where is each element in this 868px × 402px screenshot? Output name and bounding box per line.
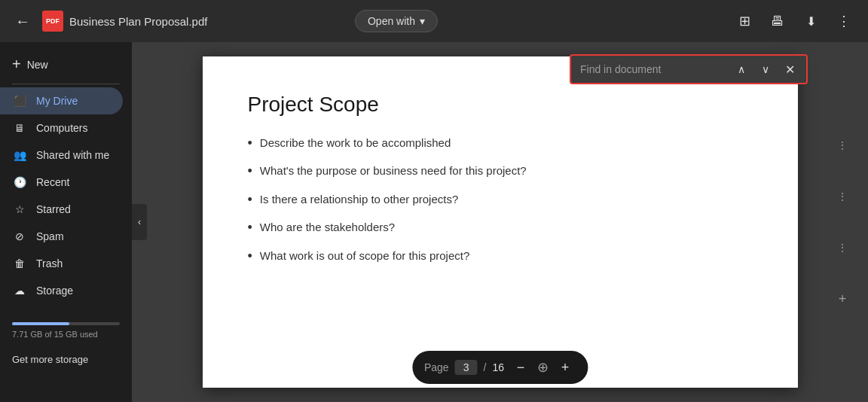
pdf-heading: Project Scope [248,93,753,117]
new-label: New [27,59,48,71]
find-close-button[interactable]: ✕ [779,59,800,80]
open-with-label: Open with [368,15,415,27]
get-more-storage-label: Get more storage [12,354,88,365]
new-plus-icon: + [12,56,21,73]
list-item-text: What work is out of scope for this proje… [260,248,469,265]
spam-icon: ⊘ [12,230,27,242]
storage-bar-fill [12,322,69,325]
download-icon: ⬇ [806,14,816,29]
list-item-text: What's the purpose or business need for … [260,163,527,180]
sidebar-item-label: Recent [36,176,69,188]
sidebar-item-my-drive[interactable]: ⬛ My Drive [0,87,123,114]
list-item-text: Describe the work to be accomplished [260,135,451,152]
sidebar: + New ⬛ My Drive 🖥 Computers 👥 Shared wi… [0,42,132,402]
zoom-icon: ⊕ [537,359,549,376]
back-button[interactable]: ← [9,8,36,35]
sidebar-item-starred[interactable]: ☆ Starred [0,196,123,223]
sidebar-item-label: Computers [36,122,87,134]
back-icon: ← [15,13,30,30]
list-item: What's the purpose or business need for … [248,163,753,180]
list-item-text: Who are the stakeholders? [260,219,395,236]
dropdown-icon: ▾ [420,15,425,27]
sidebar-item-computers[interactable]: 🖥 Computers [0,114,123,142]
list-item: What work is out of scope for this proje… [248,248,753,265]
find-up-icon: ∧ [738,63,745,75]
sidebar-item-label: My Drive [36,95,78,107]
panel-more-options-button-3[interactable]: ⋮ [829,234,856,261]
more-options-icon: ⋮ [837,13,851,29]
list-item: Who are the stakeholders? [248,219,753,236]
document-title: Business Plan Proposal.pdf [69,15,349,28]
zoom-out-button[interactable]: − [510,357,531,378]
viewer-area: ∧ ∨ ✕ Project Scope Describe the work to… [132,42,868,402]
sidebar-item-label: Shared with me [36,149,109,161]
sidebar-item-trash[interactable]: 🗑 Trash [0,250,123,277]
sidebar-item-storage[interactable]: ☁ Storage [0,277,123,304]
right-mini-panel: ⋮ ⋮ ⋮ + [829,132,856,312]
starred-icon: ☆ [12,203,27,215]
sidebar-item-label: Storage [36,285,73,297]
my-drive-icon: ⬛ [12,95,27,107]
page-separator: / [484,361,487,373]
storage-section: 7.71 GB of 15 GB used [0,310,132,348]
find-input[interactable] [577,60,728,78]
new-button[interactable]: + New [0,48,120,81]
find-next-button[interactable]: ∨ [755,59,776,80]
more-options-button[interactable]: ⋮ [829,6,859,36]
sidebar-divider [12,84,120,84]
get-more-storage-button[interactable]: Get more storage [0,348,123,371]
sidebar-item-label: Trash [36,257,63,270]
storage-usage-text: 7.71 GB of 15 GB used [12,330,120,339]
page-label: Page [424,361,449,373]
panel-more-options-button[interactable]: ⋮ [829,132,856,159]
panel-more-icon-3: ⋮ [837,242,848,254]
pdf-page: Project Scope Describe the work to be ac… [203,56,798,388]
computers-icon: 🖥 [12,122,27,134]
page-controls: Page / 16 − ⊕ + [412,351,588,384]
print-button[interactable]: 🖶 [763,6,793,36]
sidebar-item-spam[interactable]: ⊘ Spam [0,223,123,250]
find-close-icon: ✕ [785,62,795,77]
recent-icon: 🕐 [12,176,27,188]
find-down-icon: ∨ [762,63,769,75]
toggle-sidebar-icon: ‹ [138,217,141,227]
zoom-in-button[interactable]: + [555,357,576,378]
panel-more-icon-2: ⋮ [837,190,848,203]
add-to-drive-button[interactable]: ⊞ [729,6,760,36]
storage-bar-background [12,322,120,325]
storage-icon: ☁ [12,285,27,297]
find-toolbar: ∧ ∨ ✕ [570,54,808,84]
sidebar-item-label: Spam [36,230,64,242]
current-page-input[interactable] [455,360,478,375]
sidebar-item-shared-with-me[interactable]: 👥 Shared with me [0,142,123,169]
add-to-drive-icon: ⊞ [739,13,750,29]
total-pages: 16 [493,361,505,373]
zoom-out-icon: − [517,360,525,376]
find-previous-button[interactable]: ∧ [731,59,752,80]
panel-more-options-button-2[interactable]: ⋮ [829,183,856,210]
topbar-action-icons: ⊞ 🖶 ⬇ ⋮ [729,6,859,36]
open-with-button[interactable]: Open with ▾ [355,10,438,32]
print-icon: 🖶 [771,14,784,29]
pdf-bullet-list: Describe the work to be accomplished Wha… [248,135,753,265]
pdf-file-icon: PDF [42,11,63,32]
panel-add-button[interactable]: + [829,285,856,312]
toggle-sidebar-button[interactable]: ‹ [132,204,147,240]
sidebar-item-recent[interactable]: 🕐 Recent [0,169,123,196]
list-item: Describe the work to be accomplished [248,135,753,152]
trash-icon: 🗑 [12,257,27,270]
download-button[interactable]: ⬇ [796,6,826,36]
list-item: Is there a relationship to other project… [248,191,753,209]
panel-more-icon: ⋮ [837,139,848,151]
sidebar-item-label: Starred [36,203,71,215]
main-area: + New ⬛ My Drive 🖥 Computers 👥 Shared wi… [0,42,868,402]
topbar: ← PDF Business Plan Proposal.pdf Open wi… [0,0,868,42]
shared-icon: 👥 [12,149,27,161]
list-item-text: Is there a relationship to other project… [260,191,458,209]
zoom-in-icon: + [561,360,570,376]
panel-add-icon: + [839,291,847,307]
